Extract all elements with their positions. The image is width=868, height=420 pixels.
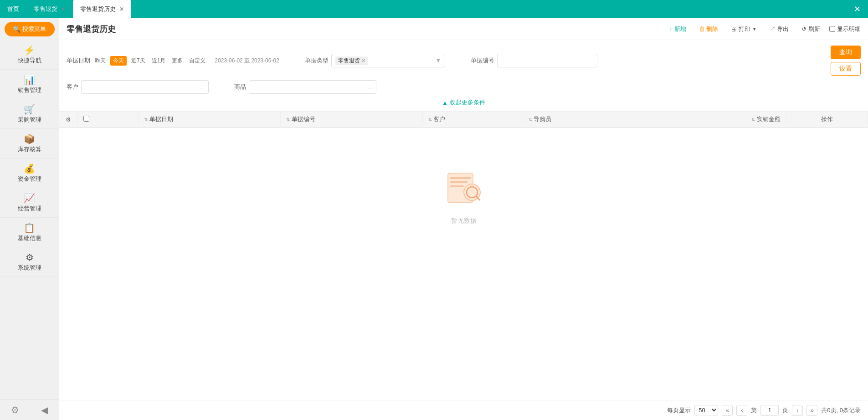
sidebar-item-sales[interactable]: 📊 销售管理 <box>0 70 59 99</box>
goods-input-wrap[interactable]: ... <box>249 80 376 94</box>
tab-home[interactable]: 首页 <box>0 0 26 18</box>
purchase-icon: 🛒 <box>24 104 35 115</box>
empty-state: 暂无数据 <box>59 128 868 261</box>
operations-icon: 📈 <box>24 193 35 204</box>
tab-close-retail-return[interactable]: ✕ <box>61 6 66 12</box>
date-range-display: 2023-06-02 至 2023-06-02 <box>215 57 279 65</box>
sidebar-bottom: ⚙ ◀ <box>0 400 59 420</box>
page-size-select[interactable]: 50 100 200 <box>694 405 718 415</box>
sort-guide-icon[interactable]: ⇅ <box>529 117 532 122</box>
top-tab-bar: 首页 零售退货 ✕ 零售退货历史 ✕ ✕ <box>0 0 868 18</box>
page-title-bar: 零售退货历史 + 新增 🗑 删除 🖨 打印 ▼ ↗ 导出 ↺ 刷新 显示明细 <box>59 18 868 40</box>
sidebar-item-purchase[interactable]: 🛒 采购管理 <box>0 99 59 129</box>
collapse-sidebar-icon[interactable]: ◀ <box>41 405 48 415</box>
doc-type-tag-close[interactable]: ✕ <box>361 58 365 64</box>
first-page-button[interactable]: « <box>722 405 733 416</box>
filter-area: 单据日期 昨天 今天 近7天 近1月 更多 自定义 2023-06-02 至 2… <box>59 40 868 112</box>
shortcut-1month[interactable]: 近1月 <box>150 56 168 65</box>
shortcut-custom[interactable]: 自定义 <box>187 56 207 65</box>
svg-rect-2 <box>450 181 467 183</box>
doc-type-filter: 单据类型 零售退货 ✕ ▼ <box>305 54 445 67</box>
page-size-label: 每页显示 <box>667 406 691 415</box>
sort-customer-icon[interactable]: ⇅ <box>428 117 432 122</box>
content-area: 零售退货历史 + 新增 🗑 删除 🖨 打印 ▼ ↗ 导出 ↺ 刷新 显示明细 <box>59 18 868 420</box>
sidebar-item-finance[interactable]: 💰 资金管理 <box>0 159 59 188</box>
shortcut-today[interactable]: 今天 <box>110 56 127 66</box>
export-button[interactable]: ↗ 导出 <box>766 23 793 35</box>
display-detail-toggle[interactable]: 显示明细 <box>829 25 861 33</box>
table-settings-icon[interactable]: ⚙ <box>66 116 71 123</box>
svg-rect-1 <box>450 177 471 179</box>
goods-input[interactable] <box>253 84 367 91</box>
doc-number-input[interactable] <box>501 57 593 64</box>
pagination: 每页显示 50 100 200 « ‹ 第 1 页 › » 共0页, 0条记录 <box>59 400 868 420</box>
display-detail-checkbox[interactable] <box>829 26 835 32</box>
th-settings[interactable]: ⚙ <box>59 112 77 128</box>
settings-icon[interactable]: ⚙ <box>11 405 19 415</box>
shortcut-more[interactable]: 更多 <box>170 56 185 65</box>
collapse-filter-button[interactable]: ▲ 收起更多条件 <box>442 98 485 107</box>
collapse-icon: ▲ <box>442 99 448 106</box>
svg-rect-3 <box>450 185 464 187</box>
th-action: 操作 <box>786 112 868 128</box>
customer-filter: 客户 ... <box>67 80 209 94</box>
window-close-button[interactable]: ✕ <box>854 4 861 14</box>
goods-filter: 商品 ... <box>234 80 376 94</box>
shortcut-7days[interactable]: 近7天 <box>129 56 147 65</box>
th-amount[interactable]: ⇅ 实销金额 <box>644 112 786 128</box>
sidebar-item-shortcuts[interactable]: ⚡ 快捷导航 <box>0 40 59 70</box>
doc-type-select[interactable]: 零售退货 ✕ ▼ <box>331 54 445 67</box>
sidebar-item-basic-info[interactable]: 📋 基础信息 <box>0 218 59 247</box>
prev-page-button[interactable]: ‹ <box>736 405 747 416</box>
add-button[interactable]: + 新增 <box>665 23 689 35</box>
date-filter: 单据日期 昨天 今天 近7天 近1月 更多 自定义 <box>67 56 207 66</box>
query-button[interactable]: 查询 <box>831 46 861 59</box>
th-checkbox[interactable] <box>77 112 139 128</box>
sidebar-item-inventory[interactable]: 📦 库存核算 <box>0 129 59 159</box>
filter-settings-button[interactable]: 设置 <box>831 62 861 76</box>
sales-icon: 📊 <box>24 74 35 85</box>
inventory-icon: 📦 <box>24 133 35 144</box>
query-settings: 查询 设置 <box>831 46 861 76</box>
sidebar-item-operations[interactable]: 📈 经营管理 <box>0 188 59 218</box>
select-all-checkbox[interactable] <box>83 116 89 122</box>
print-dropdown-icon[interactable]: ▼ <box>752 26 757 31</box>
th-guide[interactable]: ⇅ 导购员 <box>523 112 644 128</box>
delete-button[interactable]: 🗑 删除 <box>695 23 722 35</box>
data-table: ⚙ ⇅ 单据日期 ⇅ 单据编号 <box>59 112 868 128</box>
sidebar-item-system[interactable]: ⚙ 系统管理 <box>0 247 59 277</box>
tab-retail-return-history[interactable]: 零售退货历史 ✕ <box>73 0 131 18</box>
th-customer[interactable]: ⇅ 客户 <box>422 112 523 128</box>
page-unit: 页 <box>782 406 788 415</box>
customer-input-wrap[interactable]: ... <box>81 80 209 94</box>
system-icon: ⚙ <box>26 252 34 263</box>
search-icon: 🔍 <box>13 26 21 33</box>
page-label: 第 <box>751 406 757 415</box>
goods-ellipsis: ... <box>367 84 372 91</box>
tab-close-retail-return-history[interactable]: ✕ <box>119 6 124 12</box>
search-menu-button[interactable]: 🔍 搜索菜单 <box>5 22 55 36</box>
last-page-button[interactable]: » <box>806 405 817 416</box>
doc-number-input-wrap[interactable] <box>497 54 597 67</box>
filter-row-2: 客户 ... 商品 ... <box>67 80 861 94</box>
basic-info-icon: 📋 <box>24 222 35 233</box>
doc-type-tag: 零售退货 ✕ <box>335 56 368 65</box>
next-page-button[interactable]: › <box>792 405 803 416</box>
tab-retail-return[interactable]: 零售退货 ✕ <box>26 0 73 18</box>
sidebar: 🔍 搜索菜单 ⚡ 快捷导航 📊 销售管理 🛒 采购管理 📦 库存核算 💰 资金管… <box>0 18 59 420</box>
sort-amount-icon[interactable]: ⇅ <box>751 117 755 122</box>
th-doc-date[interactable]: ⇅ 单据日期 <box>139 112 281 128</box>
empty-icon <box>441 164 487 210</box>
refresh-button[interactable]: ↺ 刷新 <box>798 23 824 35</box>
customer-input[interactable] <box>85 84 200 91</box>
doc-number-filter: 单据编号 <box>471 54 597 67</box>
shortcut-yesterday[interactable]: 昨天 <box>93 56 108 65</box>
toolbar: + 新增 🗑 删除 🖨 打印 ▼ ↗ 导出 ↺ 刷新 显示明细 <box>665 23 861 35</box>
empty-text: 暂无数据 <box>451 217 477 225</box>
th-doc-number[interactable]: ⇅ 单据编号 <box>280 112 422 128</box>
sort-doc-number-icon[interactable]: ⇅ <box>286 117 290 122</box>
print-button[interactable]: 🖨 打印 ▼ <box>727 23 760 35</box>
doc-type-dropdown-icon[interactable]: ▼ <box>436 57 441 64</box>
sort-doc-date-icon[interactable]: ⇅ <box>144 117 148 122</box>
page-number-input[interactable]: 1 <box>760 405 779 416</box>
